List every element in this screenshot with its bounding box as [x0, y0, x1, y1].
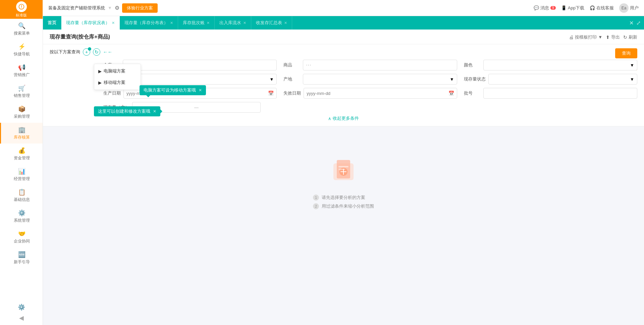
- origin-label: 产地: [283, 76, 300, 82]
- svg-rect-5: [338, 166, 348, 167]
- collapse-button[interactable]: ∧ 收起更多条件: [328, 115, 359, 121]
- sidebar-nav: 🔍 搜索菜单 ⚡ 快捷导航 📢 营销推广 🛒 销售管理 📦 采购管理 🏢 库存核…: [0, 19, 43, 300]
- tab-receive-summary[interactable]: 收发存汇总表 ✕: [251, 16, 292, 30]
- filter-label-row: 按以下方案查询 + ↻ ←←: [50, 48, 637, 56]
- export-button[interactable]: ⬆ 导出: [606, 34, 620, 40]
- app-download-item[interactable]: 📱 App下载: [561, 5, 584, 11]
- sidebar-inventory-label: 库存核算: [14, 134, 30, 140]
- sidebar-item-sales[interactable]: 🛒 销售管理: [0, 81, 43, 102]
- sidebar-newguide-label: 新手引导: [14, 259, 30, 265]
- expire-date-input-wrap[interactable]: 📅: [304, 88, 457, 99]
- sidebar-item-finance[interactable]: 💰 资金管理: [0, 144, 43, 164]
- sidebar-item-marketing[interactable]: 📢 营销推广: [0, 60, 43, 81]
- sidebar-logo: 标准版: [0, 0, 43, 19]
- marketing-icon: 📢: [18, 64, 25, 71]
- empty-step-2: 2 用过滤条件来缩小分析范围: [313, 203, 374, 209]
- avatar-text: Ea: [622, 6, 627, 10]
- ops-icon: 📊: [18, 168, 25, 175]
- tooltip2-close[interactable]: ✕: [153, 109, 156, 114]
- chevron-right-icon2: ▶: [98, 80, 102, 85]
- sidebar-item-quicknav[interactable]: ⚡ 快捷导航: [0, 40, 43, 60]
- phone-icon: 📱: [561, 5, 567, 10]
- collapse-sidebar-icon[interactable]: ◀: [19, 314, 24, 322]
- scheme-mobile-item[interactable]: ▶ 移动端方案: [94, 77, 141, 88]
- system-icon: ⚙️: [18, 209, 25, 217]
- calendar-icon-produce: 📅: [268, 91, 274, 96]
- settings-icon[interactable]: ⚙️: [18, 304, 25, 311]
- scheme-mobile-label: 移动端方案: [104, 79, 125, 86]
- tooltip-desktop-scheme: 电脑方案可设为移动方案哦 ✕: [140, 85, 206, 95]
- page-content: 现存量查询(按仓库+商品) 🖨 按模板打印 ▼ ⬆ 导出 ↻ 刷新: [43, 30, 644, 325]
- size-select[interactable]: ▼: [123, 74, 277, 85]
- tooltip1-close[interactable]: ✕: [199, 88, 202, 93]
- tab-stock-dist-close[interactable]: ✕: [170, 21, 173, 25]
- tab-receive-summary-label: 收发存汇总表: [256, 20, 282, 26]
- sidebar-quicknav-label: 快捷导航: [14, 51, 30, 57]
- print-button[interactable]: 🖨 按模板打印 ▼: [569, 34, 602, 40]
- expire-date-input[interactable]: [307, 91, 447, 96]
- refresh-button[interactable]: ↻ 刷新: [623, 34, 637, 40]
- settings-gear-button[interactable]: ⚙: [115, 5, 119, 11]
- expand-tabs-icon[interactable]: ⤢: [636, 20, 641, 26]
- sidebar-item-basic[interactable]: 📋 基础信息: [0, 185, 43, 206]
- top-header: 装备及固定资产辅助管理系统 ▼ ⚙ 体验行业方案 💬 消息 9 📱 App下载 …: [43, 0, 644, 16]
- origin-select[interactable]: ▼: [303, 74, 457, 85]
- filter-stock-status: 现存量状态 ▼: [464, 74, 637, 85]
- batch-no-input[interactable]: [483, 88, 637, 99]
- industry-plan-button[interactable]: 体验行业方案: [122, 3, 158, 13]
- sidebar-item-inventory[interactable]: 🏢 库存核算: [0, 123, 43, 144]
- back-arrow-btn[interactable]: ←←: [103, 49, 112, 55]
- tab-stock-status-label: 现存量（库存状况表）: [66, 20, 110, 26]
- warehouse-select[interactable]: ···: [123, 60, 277, 70]
- stock-main-to-input[interactable]: [201, 105, 258, 110]
- sidebar-item-system[interactable]: ⚙️ 系统管理: [0, 206, 43, 227]
- sidebar-item-search[interactable]: 🔍 搜索菜单: [0, 19, 43, 40]
- online-service-item[interactable]: 🎧 在线客服: [590, 5, 614, 11]
- color-label: 颜色: [464, 62, 481, 68]
- empty-illustration: [327, 153, 360, 188]
- color-chevron: ▼: [630, 63, 634, 68]
- tab-batch-ledger-close[interactable]: ✕: [207, 21, 210, 25]
- message-item[interactable]: 💬 消息 9: [534, 5, 556, 11]
- sales-icon: 🛒: [18, 85, 25, 92]
- chevron-right-icon: ▶: [98, 69, 102, 74]
- filter-batch-no: 批号: [464, 88, 637, 99]
- sidebar-search-label: 搜索菜单: [14, 31, 30, 36]
- tab-stock-status[interactable]: 现存量（库存状况表） ✕: [61, 16, 120, 30]
- stock-status-select[interactable]: ▼: [488, 74, 637, 85]
- filter-grid-row2: 尺码 ▼ 产地 ▼ 现存量状态 ▼: [103, 74, 637, 85]
- sidebar-item-ops[interactable]: 📊 经营管理: [0, 164, 43, 185]
- sidebar-item-cooperation[interactable]: 🤝 企业协同: [0, 227, 43, 248]
- user-item[interactable]: Ea 用户: [619, 3, 639, 13]
- tab-receive-summary-close[interactable]: ✕: [284, 21, 287, 25]
- tab-stock-status-close[interactable]: ✕: [112, 21, 115, 25]
- tab-stock-dist[interactable]: 现存量（库存分布表） ✕: [120, 16, 178, 30]
- filter-expire-date: 失效日期 📅: [283, 88, 457, 99]
- refresh-label: 刷新: [629, 34, 637, 40]
- close-all-tabs-icon[interactable]: ✕: [629, 20, 634, 26]
- tab-inout-flow-close[interactable]: ✕: [243, 21, 246, 25]
- page-actions: 🖨 按模板打印 ▼ ⬆ 导出 ↻ 刷新: [569, 34, 637, 40]
- step2-num: 2: [313, 203, 319, 209]
- goods-dots: ···: [306, 62, 311, 68]
- tab-inout-flow[interactable]: 出入库流水 ✕: [215, 16, 251, 30]
- app-download-label: App下载: [568, 5, 584, 11]
- newguide-icon: 🆕: [18, 251, 25, 258]
- goods-select[interactable]: ···: [303, 60, 457, 70]
- header-left: 装备及固定资产辅助管理系统 ▼ ⚙ 体验行业方案: [48, 3, 158, 13]
- color-select[interactable]: ▼: [483, 60, 637, 70]
- tab-home[interactable]: 首页: [43, 16, 61, 30]
- sidebar-item-purchase[interactable]: 📦 采购管理: [0, 102, 43, 123]
- tab-batch-ledger[interactable]: 库存批次账 ✕: [178, 16, 215, 30]
- sidebar-item-newguide[interactable]: 🆕 新手引导: [0, 248, 43, 268]
- refresh-scheme-button[interactable]: ↻: [93, 48, 100, 56]
- sidebar-basic-label: 基础信息: [14, 197, 30, 203]
- sidebar-finance-label: 资金管理: [14, 155, 30, 161]
- sidebar: 标准版 🔍 搜索菜单 ⚡ 快捷导航 📢 营销推广 🛒 销售管理 📦 采购管理 🏢…: [0, 0, 43, 325]
- sidebar-cooperation-label: 企业协同: [14, 238, 30, 244]
- message-label: 消息: [540, 5, 549, 11]
- filter-grid-row1: 仓库 ··· 商品 ··· 颜色 ▼: [103, 60, 637, 70]
- scheme-desktop-item[interactable]: ▶ 电脑端方案: [94, 65, 141, 77]
- page-title: 现存量查询(按仓库+商品): [50, 34, 110, 41]
- search-button[interactable]: 查询: [615, 48, 637, 58]
